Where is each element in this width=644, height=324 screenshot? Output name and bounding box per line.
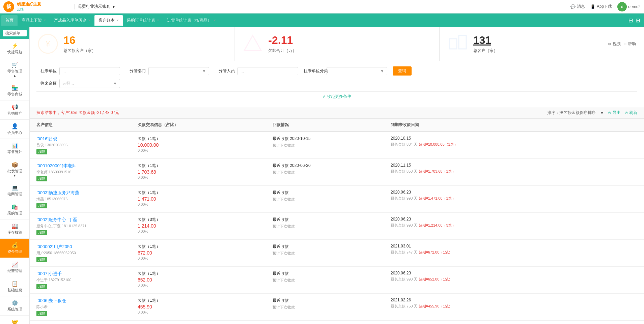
overdue-cell: 2020.06.23 最长欠款 998 天 超期¥1,214.00（3笔） — [391, 217, 637, 228]
customer-name-link[interactable]: [0002]服务中心_丁磊 — [36, 217, 138, 223]
customer-name-link[interactable]: [0007]小进千 — [36, 271, 138, 277]
sidebar: ⚡ 快捷导航 🛒 零售管理 ▲ 🏪 零售商城 📢 营销推广 👤 会员中心 � — [0, 27, 30, 324]
col-header-return: 回款情况 — [273, 122, 391, 128]
source-unit-input[interactable]: ... — [59, 67, 120, 75]
filter-area: 往来单位 ... 分管部门 ▼ 分管人员 ... — [30, 61, 644, 107]
sidebar-item-purchase[interactable]: 🛍️ 采购管理 — [0, 200, 29, 219]
table-row: [0001020001]李老师 李老师 18600391516 现销 欠款（1笔… — [30, 159, 644, 186]
customer-name-link[interactable]: [0003]畅捷服务尹海燕 — [36, 190, 138, 196]
message-button[interactable]: 💬 消息 — [570, 4, 585, 9]
customer-cell: [0002]服务中心_丁磊 服务中心_丁磊 181 0125 8371 现销 — [36, 217, 138, 235]
sidebar-item-marketing[interactable]: 📢 营销推广 — [0, 100, 29, 120]
customer-cell: [0007]小进千 小进千 18279152100 现销 — [36, 271, 138, 289]
sort-arrow-icon[interactable]: ▼ — [600, 111, 604, 115]
return-cell: 最近收款 预计下次收款 — [273, 190, 391, 202]
refresh-button[interactable]: ⊙ 刷新 — [625, 110, 637, 116]
phone-icon: 📱 — [590, 4, 595, 9]
sidebar-item-retail-stats[interactable]: 📊 零售统计 — [0, 139, 29, 158]
stat-card-actions: ⊙ 视频 ⊙ 帮助 — [608, 41, 636, 47]
user-avatar: d — [617, 2, 627, 11]
dept-select[interactable]: ▼ — [148, 67, 209, 75]
customer-tag: 现销 — [36, 149, 47, 154]
tab-close-production-history[interactable]: × — [88, 19, 90, 22]
debt-cell: 欠款（1笔） 672.00 0.00% — [138, 244, 273, 260]
tab-close-customer-account[interactable]: × — [117, 19, 119, 22]
tab-maximize-icon[interactable]: ⊞ — [636, 17, 640, 24]
customer-contact: 服务中心_丁磊 181 0125 8371 — [36, 224, 138, 229]
help-button[interactable]: ⊙ 帮助 — [623, 41, 636, 47]
search-button[interactable]: 查询 — [393, 66, 412, 76]
app-slogan: 云端 — [17, 7, 41, 12]
customer-contact: 陈小希 — [36, 304, 138, 310]
sidebar-item-basic-info[interactable]: 📋 基础信息 — [0, 277, 29, 296]
data-table: 客户信息 欠款交易信息（占比） 回款情况 到期未收款日期 [0016]吕俊 吕俊… — [30, 119, 644, 324]
customer-name-link[interactable]: [000002]用户2050 — [36, 244, 138, 250]
sidebar-item-quick-nav[interactable]: ⚡ 快捷导航 — [0, 39, 29, 58]
results-actions: 排序：按欠款金额倒序排序 ▼ ⊙ 导出 ⊙ 刷新 — [547, 110, 637, 116]
purchase-icon: 🛍️ — [2, 204, 27, 210]
logo-text: 畅捷通好生意 云端 — [17, 1, 41, 12]
quick-nav-icon: ⚡ — [2, 42, 27, 49]
person-input[interactable]: ... — [237, 67, 298, 75]
overdue-link[interactable]: 超期¥455.90（1笔） — [419, 304, 453, 308]
tab-close-purchase-order[interactable]: × — [157, 19, 159, 22]
debt-cell: 欠款（1笔） 455.90 0.00% — [138, 298, 273, 314]
customer-tag: 现销 — [36, 311, 47, 316]
sidebar-item-retail-mgmt[interactable]: 🛒 零售管理 ▲ — [0, 58, 29, 81]
top-bar: 畅 畅捷通好生意 云端 母婴行业演示账套 ▼ 💬 消息 📱 App下载 d de… — [0, 0, 644, 13]
sidebar-item-stock[interactable]: 🏭 库存核算 — [0, 219, 29, 239]
video-help-button[interactable]: ⊙ 视频 — [608, 41, 620, 47]
return-cell: 最近收款 预计下次收款 — [273, 271, 391, 283]
filter-dept: 分管部门 ▼ — [125, 67, 209, 75]
dept-select-arrow: ▼ — [202, 69, 206, 73]
overdue-cell: 2020.06.23 最长欠款 998 天 超期¥1,471.00（1笔） — [391, 190, 637, 201]
sidebar-item-business[interactable]: 📈 经营管理 — [0, 258, 29, 277]
customer-name-link[interactable]: [0001020001]李老师 — [36, 163, 138, 169]
user-profile[interactable]: d demo2 — [617, 2, 641, 11]
stat-label-debt-customers: 总欠款客户（家） — [63, 48, 96, 54]
business-icon: 📈 — [2, 261, 27, 268]
sidebar-item-batch-mgmt[interactable]: 📦 批发管理 ▼ — [0, 158, 29, 181]
overdue-link[interactable]: 超期¥672.00（1笔） — [419, 250, 453, 254]
balance-select[interactable]: 选择... ▼ — [59, 79, 120, 88]
sidebar-item-system[interactable]: ⚙️ 系统管理 — [0, 296, 29, 316]
overdue-link[interactable]: 超期¥1,214.00（3笔） — [419, 223, 456, 227]
tab-purchase-order[interactable]: 采购订单统计表 × — [123, 15, 163, 26]
tab-production-history[interactable]: 产成品入库单历史 × — [50, 15, 94, 26]
store-selector[interactable]: 母婴行业演示账套 ▼ — [74, 4, 120, 9]
tab-close-product-shelf[interactable]: × — [44, 19, 46, 22]
sidebar-item-finance[interactable]: 💰 资金管理 — [0, 239, 29, 258]
tab-stock-stats[interactable]: 进货单统计表（按商品） × — [163, 15, 220, 26]
sidebar-item-retail-mall[interactable]: 🏪 零售商城 — [0, 81, 29, 100]
overdue-link[interactable]: 超期¥652.00（1笔） — [419, 277, 453, 281]
stat-label-debt-total: 欠款合计（万） — [268, 48, 297, 54]
export-button[interactable]: ⊙ 导出 — [608, 110, 620, 116]
tab-product-shelf[interactable]: 商品上下架 × — [18, 15, 50, 26]
customer-name-link[interactable]: [0016]吕俊 — [36, 136, 138, 142]
overdue-link[interactable]: 超期¥1,703.68（1笔） — [419, 169, 456, 173]
batch-mgmt-expand-icon: ▼ — [2, 174, 27, 177]
tab-customer-account[interactable]: 客户账本 × — [94, 15, 123, 26]
customer-cell: [000002]用户2050 用户2050 18665062050 现销 — [36, 244, 138, 262]
tab-home[interactable]: 首页 — [1, 15, 18, 26]
overdue-cell: 2020.10.15 最长欠款 884 天 超期¥10,000.00（1笔） — [391, 136, 637, 147]
customer-name-link[interactable]: [0006]去下粮仓 — [36, 298, 138, 304]
filter-row-1: 往来单位 ... 分管部门 ▼ 分管人员 ... — [36, 66, 637, 76]
sidebar-nav: ⚡ 快捷导航 🛒 零售管理 ▲ 🏪 零售商城 📢 营销推广 👤 会员中心 � — [0, 39, 29, 324]
sidebar-item-member[interactable]: 👤 会员中心 — [0, 120, 29, 139]
col-header-overdue: 到期未收款日期 — [391, 122, 637, 128]
sidebar-item-ecommerce[interactable]: 💻 电商管理 — [0, 181, 29, 200]
filter-toggle[interactable]: ∧ 收起更多条件 — [36, 91, 637, 101]
stat-label-total-customers: 总客户（家） — [473, 48, 498, 54]
tab-minimize-icon[interactable]: ⊟ — [628, 17, 633, 24]
sidebar-item-corp[interactable]: 🤝 企业协同 — [0, 316, 29, 324]
stat-card-debt-customers: ¥ 16 总欠款客户（家） — [30, 27, 234, 61]
overdue-link[interactable]: 超期¥1,471.00（1笔） — [419, 196, 456, 200]
message-icon: 💬 — [570, 4, 576, 9]
app-download-button[interactable]: 📱 App下载 — [590, 4, 612, 9]
unit-type-select[interactable]: ▼ — [327, 67, 387, 75]
search-input[interactable] — [3, 30, 27, 36]
person-label: 分管人员 — [215, 68, 235, 74]
overdue-link[interactable]: 超期¥10,000.00（1笔） — [419, 142, 458, 146]
tab-close-stock-stats[interactable]: × — [214, 19, 216, 22]
